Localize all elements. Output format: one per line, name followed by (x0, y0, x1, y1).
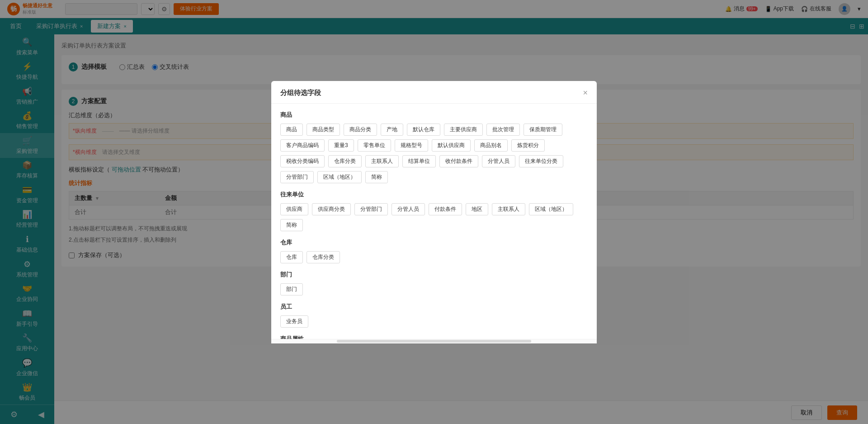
field-tag[interactable]: 批次管理 (486, 124, 520, 136)
field-tag[interactable]: 付款条件 (429, 203, 462, 215)
field-tags: 仓库仓库分类 (280, 251, 588, 263)
modal-dialog: 分组待选字段 × 商品商品商品类型商品分类产地默认仓库主要供应商批次管理保质期管… (271, 81, 597, 343)
field-tag[interactable]: 区域（地区） (317, 171, 362, 183)
field-section-仓库: 仓库仓库仓库分类 (280, 238, 588, 263)
field-tags: 商品商品类型商品分类产地默认仓库主要供应商批次管理保质期管理客户商品编码重量3零… (280, 124, 588, 183)
field-tag[interactable]: 区域（地区） (529, 203, 573, 215)
field-tag[interactable]: 简称 (280, 219, 303, 231)
field-tag[interactable]: 零售单位 (358, 139, 391, 152)
field-tag[interactable]: 主联系人 (492, 203, 525, 215)
field-tag[interactable]: 产地 (381, 124, 403, 136)
field-tags: 部门 (280, 283, 588, 295)
field-section-商品: 商品商品商品类型商品分类产地默认仓库主要供应商批次管理保质期管理客户商品编码重量… (280, 111, 588, 183)
scrollbar-thumb (337, 340, 531, 343)
field-tag[interactable]: 默认仓库 (407, 124, 440, 136)
field-tag[interactable]: 仓库 (280, 251, 303, 263)
field-tag[interactable]: 商品 (280, 124, 303, 136)
modal-title: 分组待选字段 (280, 89, 321, 97)
field-tag[interactable]: 税收分类编码 (280, 155, 325, 167)
field-section-部门: 部门部门 (280, 271, 588, 295)
field-tag[interactable]: 商品类型 (307, 124, 340, 136)
field-tag[interactable]: 收付款条件 (439, 155, 478, 167)
field-tag[interactable]: 主联系人 (365, 155, 399, 167)
modal-body: 商品商品商品类型商品分类产地默认仓库主要供应商批次管理保质期管理客户商品编码重量… (271, 104, 597, 339)
field-tag[interactable]: 炼货积分 (511, 139, 545, 152)
field-tag[interactable]: 往来单位分类 (519, 155, 563, 167)
field-tag[interactable]: 商品别名 (474, 139, 508, 152)
modal-overlay[interactable]: 分组待选字段 × 商品商品商品类型商品分类产地默认仓库主要供应商批次管理保质期管… (0, 0, 868, 424)
field-tag[interactable]: 分管人员 (482, 155, 515, 167)
field-tag[interactable]: 仓库分类 (307, 251, 340, 263)
field-tag[interactable]: 客户商品编码 (280, 139, 325, 152)
field-section-title: 部门 (280, 271, 588, 279)
field-tag[interactable]: 规格型号 (395, 139, 428, 152)
field-tag[interactable]: 供应商 (280, 203, 308, 215)
field-tags: 业务员 (280, 315, 588, 328)
field-tag[interactable]: 分管人员 (392, 203, 425, 215)
field-section-title: 仓库 (280, 238, 588, 247)
modal-horizontal-scrollbar[interactable] (271, 339, 597, 343)
field-tag[interactable]: 重量3 (328, 139, 354, 152)
field-section-title: 商品属性 (280, 335, 588, 339)
field-tag[interactable]: 业务员 (280, 315, 308, 328)
field-tag[interactable]: 分管部门 (280, 171, 314, 183)
field-section-商品属性: 商品属性属性颜色多规格尺码鞋码1 (280, 335, 588, 339)
field-tag[interactable]: 仓库分类 (328, 155, 362, 167)
field-section-title: 员工 (280, 303, 588, 311)
field-tag[interactable]: 简称 (365, 171, 388, 183)
field-tag[interactable]: 分管部门 (354, 203, 388, 215)
field-tag[interactable]: 部门 (280, 283, 303, 295)
field-tag[interactable]: 供应商分类 (312, 203, 351, 215)
field-section-title: 往来单位 (280, 191, 588, 199)
field-section-员工: 员工业务员 (280, 303, 588, 328)
modal-close-button[interactable]: × (583, 88, 588, 98)
field-tag[interactable]: 主要供应商 (444, 124, 483, 136)
field-tags: 供应商供应商分类分管部门分管人员付款条件地区主联系人区域（地区）简称 (280, 203, 588, 231)
field-tag[interactable]: 默认供应商 (432, 139, 471, 152)
field-section-title: 商品 (280, 111, 588, 119)
field-section-往来单位: 往来单位供应商供应商分类分管部门分管人员付款条件地区主联系人区域（地区）简称 (280, 191, 588, 231)
field-tag[interactable]: 地区 (466, 203, 488, 215)
field-tag[interactable]: 保质期管理 (524, 124, 562, 136)
modal-header: 分组待选字段 × (271, 81, 597, 104)
field-tag[interactable]: 结算单位 (402, 155, 436, 167)
field-tag[interactable]: 商品分类 (344, 124, 377, 136)
